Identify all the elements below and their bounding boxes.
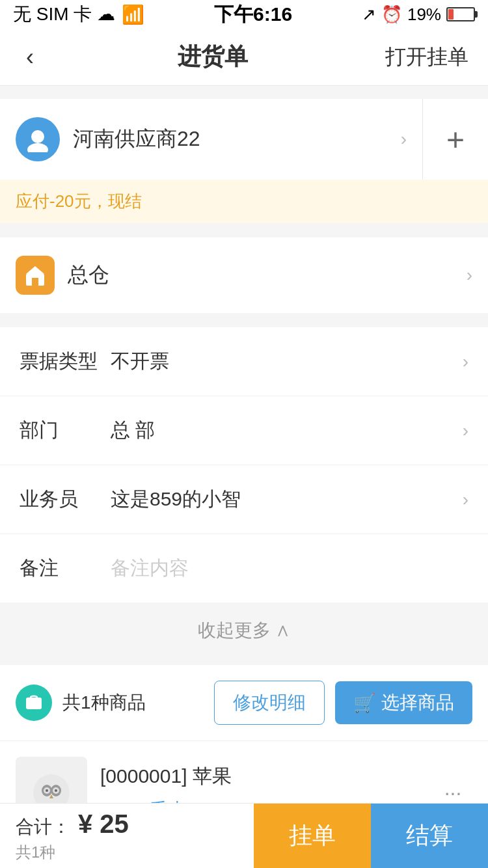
warehouse-icon — [16, 256, 55, 295]
salesperson-label: 业务员 — [20, 486, 111, 513]
product-title: 苹果 — [193, 765, 232, 787]
warehouse-name: 总仓 — [68, 261, 467, 290]
department-value: 总 部 — [111, 417, 463, 444]
alarm-icon: ⏰ — [381, 5, 402, 25]
svg-point-11 — [46, 789, 48, 792]
product-more-button[interactable]: ··· — [433, 781, 472, 805]
salesperson-chevron-icon: › — [463, 489, 468, 510]
battery-icon — [446, 7, 475, 21]
svg-rect-5 — [26, 698, 42, 709]
collapse-text: 收起更多 ∧ — [198, 618, 291, 643]
svg-point-0 — [31, 130, 44, 143]
nav-bar: ‹ 进货单 打开挂单 — [0, 29, 488, 86]
total-row: 合计： ¥ 25 — [16, 809, 238, 839]
total-section: 合计： ¥ 25 共1种 — [0, 804, 254, 868]
ticket-type-chevron-icon: › — [463, 351, 468, 372]
total-label: 合计： — [16, 815, 70, 839]
salesperson-row[interactable]: 业务员 这是859的小智 › — [0, 465, 488, 534]
notice-bar: 应付-20元，现结 — [0, 180, 488, 223]
supplier-section: 河南供应商22 › + — [0, 99, 488, 180]
status-left: 无 SIM 卡 ☁ 📶 — [13, 2, 144, 27]
add-supplier-button[interactable]: + — [423, 99, 488, 180]
supplier-chevron-icon: › — [401, 129, 407, 150]
svg-marker-3 — [26, 266, 44, 274]
salesperson-value: 这是859的小智 — [111, 486, 463, 513]
collapse-bar[interactable]: 收起更多 ∧ — [0, 603, 488, 658]
status-bar: 无 SIM 卡 ☁ 📶 下午6:16 ↗ ⏰ 19% — [0, 0, 488, 29]
checkout-button[interactable]: 结算 — [371, 804, 488, 868]
open-hang-button[interactable]: 打开挂单 — [385, 43, 468, 72]
no-sim-text: 无 SIM 卡 ☁ — [13, 2, 115, 27]
ticket-type-value: 不开票 — [111, 348, 463, 375]
back-button[interactable]: ‹ — [20, 37, 40, 77]
supplier-selector[interactable]: 河南供应商22 › — [0, 99, 423, 180]
product-code: [0000001] — [100, 765, 187, 787]
remark-label: 备注 — [20, 555, 111, 582]
wifi-icon: 📶 — [122, 4, 144, 25]
status-time: 下午6:16 — [214, 1, 292, 28]
warehouse-section[interactable]: 总仓 › — [0, 237, 488, 313]
bottom-bar: 合计： ¥ 25 共1种 挂单 结算 — [0, 803, 488, 868]
products-header: 共1种商品 修改明细 🛒 选择商品 — [0, 665, 488, 741]
select-product-label: 选择商品 — [381, 690, 454, 715]
modify-detail-button[interactable]: 修改明细 — [214, 681, 325, 725]
ticket-type-row[interactable]: 票据类型 不开票 › — [0, 327, 488, 396]
select-product-button[interactable]: 🛒 选择商品 — [335, 681, 472, 724]
total-sub: 共1种 — [16, 842, 238, 863]
remark-row[interactable]: 备注 备注内容 — [0, 534, 488, 603]
ticket-type-label: 票据类型 — [20, 348, 111, 375]
svg-rect-4 — [32, 278, 38, 286]
gap-1 — [0, 86, 488, 99]
department-chevron-icon: › — [463, 420, 468, 441]
department-label: 部门 — [20, 417, 111, 444]
main-content: 河南供应商22 › + 应付-20元，现结 总仓 › 票据类型 不开票 › — [0, 86, 488, 868]
product-name: [0000001] 苹果 — [100, 763, 433, 790]
warehouse-chevron-icon: › — [467, 265, 472, 286]
department-row[interactable]: 部门 总 部 › — [0, 396, 488, 465]
products-count: 共1种商品 — [62, 690, 214, 715]
battery-percent: 19% — [407, 5, 441, 25]
total-amount: ¥ 25 — [78, 809, 129, 839]
products-icon — [16, 685, 52, 721]
gap-3 — [0, 313, 488, 326]
hang-button[interactable]: 挂单 — [254, 804, 371, 868]
svg-point-1 — [27, 143, 48, 152]
cart-icon: 🛒 — [353, 692, 376, 714]
supplier-name: 河南供应商22 — [73, 125, 401, 154]
form-section: 票据类型 不开票 › 部门 总 部 › 业务员 这是859的小智 › 备注 备注… — [0, 327, 488, 603]
location-icon: ↗ — [362, 5, 376, 25]
page-title: 进货单 — [178, 41, 248, 73]
gap-2 — [0, 223, 488, 236]
status-right: ↗ ⏰ 19% — [362, 5, 475, 25]
remark-input[interactable]: 备注内容 — [111, 555, 468, 582]
supplier-avatar — [16, 117, 60, 161]
svg-point-12 — [55, 789, 57, 792]
